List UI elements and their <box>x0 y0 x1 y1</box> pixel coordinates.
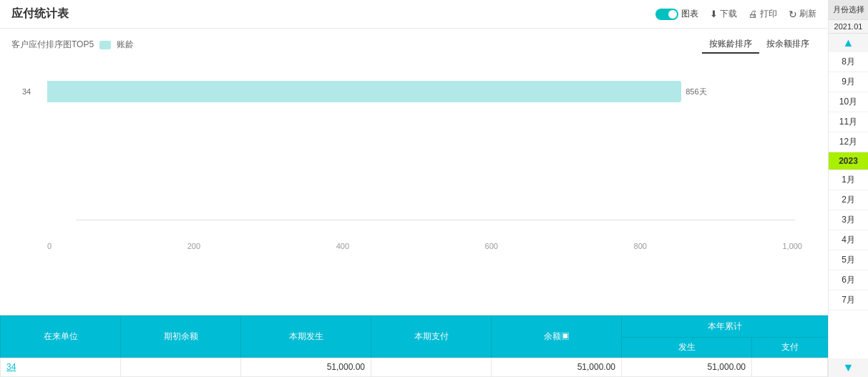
print-button[interactable]: 打印 <box>748 8 777 20</box>
download-icon <box>710 9 718 19</box>
sidebar-up-button[interactable]: ▲ <box>829 34 868 52</box>
cell-qc <box>121 358 241 377</box>
bar-row-label: 34 <box>22 87 31 96</box>
toggle-label: 图表 <box>681 8 698 20</box>
table-row: 34 51,000.00 51,000.00 51,000.00 <box>1 358 828 377</box>
legend-color-box <box>99 41 111 49</box>
print-icon <box>748 9 758 19</box>
cell-pay <box>371 358 492 377</box>
header-actions: 图表 下载 打印 刷新 <box>655 8 816 20</box>
month-4[interactable]: 4月 <box>829 230 868 250</box>
sort-by-age-button[interactable]: 按账龄排序 <box>702 36 759 54</box>
sidebar-header: 月份选择 <box>829 0 868 20</box>
month-sidebar: 月份选择 2021.01 ▲ 8月 9月 10月 11月 12月 2023 1月… <box>828 0 868 377</box>
x-axis-line <box>76 220 795 220</box>
col-pay: 本期支付 <box>371 316 492 358</box>
refresh-button[interactable]: 刷新 <box>789 8 816 20</box>
page-title: 应付统计表 <box>11 6 69 21</box>
col-ytd: 本年累计 <box>622 316 828 338</box>
refresh-label: 刷新 <box>799 8 816 20</box>
x-tick-600: 600 <box>485 242 498 260</box>
download-label: 下载 <box>720 8 737 20</box>
sidebar-year-label: 2021.01 <box>829 20 868 34</box>
refresh-icon <box>789 9 797 20</box>
chart-section: 客户应付排序图TOP5 账龄 按账龄排序 按余额排序 34 856天 <box>0 29 828 315</box>
month-6[interactable]: 6月 <box>829 270 868 290</box>
bar-chart: 34 856天 0 200 400 600 800 1,000 <box>19 59 809 260</box>
chart-toggle-wrap: 图表 <box>655 8 698 20</box>
month-2[interactable]: 2月 <box>829 190 868 210</box>
cell-unit: 34 <box>1 358 121 377</box>
month-3[interactable]: 3月 <box>829 210 868 230</box>
download-button[interactable]: 下载 <box>710 8 737 20</box>
bar-fill <box>47 81 681 102</box>
month-5[interactable]: 5月 <box>829 250 868 270</box>
chart-inner: 34 856天 <box>47 59 802 238</box>
bar-row: 34 856天 <box>47 81 802 102</box>
x-tick-0: 0 <box>47 242 52 260</box>
sort-by-balance-button[interactable]: 按余额排序 <box>759 36 816 54</box>
chart-header: 客户应付排序图TOP5 账龄 按账龄排序 按余额排序 <box>11 36 816 54</box>
sort-buttons: 按账龄排序 按余额排序 <box>702 36 816 54</box>
month-9[interactable]: 9月 <box>829 72 868 92</box>
col-occur: 本期发生 <box>241 316 371 358</box>
x-axis: 0 200 400 600 800 1,000 <box>47 242 802 260</box>
col-balance: 余额▣ <box>492 316 622 358</box>
legend-color-label: 账龄 <box>117 39 134 51</box>
col-ytd-pay: 支付 <box>752 338 828 358</box>
cell-balance: 51,000.00 <box>492 358 622 377</box>
table-wrapper: 在来单位 期初余额 本期发生 本期支付 余额▣ 本年累计 发生 支付 <box>0 315 828 377</box>
month-7[interactable]: 7月 <box>829 290 868 310</box>
cell-ytd-pay <box>752 358 828 377</box>
col-unit: 在来单位 <box>1 316 121 358</box>
bar-value: 856天 <box>686 87 706 97</box>
cell-occur: 51,000.00 <box>241 358 371 377</box>
sidebar-down-button[interactable]: ▼ <box>829 358 868 377</box>
month-10[interactable]: 10月 <box>829 92 868 112</box>
month-1[interactable]: 1月 <box>829 170 868 190</box>
page-header: 应付统计表 图表 下载 打印 刷新 <box>0 0 828 29</box>
year-2023-marker: 2023 <box>829 152 868 170</box>
x-tick-400: 400 <box>336 242 349 260</box>
chart-legend: 客户应付排序图TOP5 账龄 <box>11 39 134 51</box>
col-qc: 期初余额 <box>121 316 241 358</box>
x-tick-200: 200 <box>187 242 200 260</box>
month-8[interactable]: 8月 <box>829 52 868 72</box>
chart-toggle[interactable] <box>655 9 678 20</box>
month-12[interactable]: 12月 <box>829 132 868 152</box>
cell-ytd-occur: 51,000.00 <box>622 358 752 377</box>
table-section: 在来单位 期初余额 本期发生 本期支付 余额▣ 本年累计 发生 支付 <box>0 315 828 377</box>
data-table: 在来单位 期初余额 本期发生 本期支付 余额▣ 本年累计 发生 支付 <box>0 315 828 377</box>
month-11[interactable]: 11月 <box>829 112 868 132</box>
x-tick-1000: 1,000 <box>782 242 802 260</box>
sidebar-months: 8月 9月 10月 11月 12月 2023 1月 2月 3月 4月 5月 6月… <box>829 52 868 358</box>
col-ytd-occur: 发生 <box>622 338 752 358</box>
unit-link[interactable]: 34 <box>6 362 16 372</box>
print-label: 打印 <box>760 8 777 20</box>
x-tick-800: 800 <box>634 242 647 260</box>
legend-text: 客户应付排序图TOP5 <box>11 39 94 51</box>
